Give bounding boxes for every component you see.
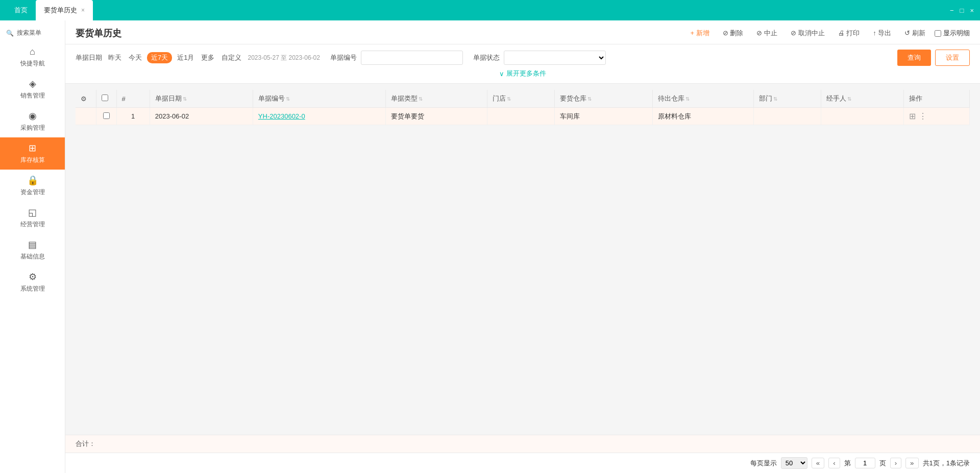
cell-doc-number[interactable]: YH-20230602-0 [253, 108, 386, 125]
sidebar-item-purchase[interactable]: ◉ 采购管理 [0, 105, 65, 137]
th-settings[interactable]: ⚙ [76, 90, 96, 108]
sidebar-item-basic-info[interactable]: ▤ 基础信息 [0, 234, 65, 266]
shortcut-more[interactable]: 更多 [199, 52, 216, 63]
next-page-btn[interactable]: › [890, 458, 901, 468]
content-area: 要货单历史 + 新增 ⊘ 删除 ⊘ 中止 ⊘ 取消中止 🖨 打印 ↑ 导出 ↺ … [65, 20, 980, 473]
sidebar-item-inventory[interactable]: ⊞ 库存核算 [0, 137, 65, 170]
cell-num: 1 [116, 108, 150, 125]
window-restore-btn[interactable]: □ [960, 7, 964, 14]
export-button[interactable]: ↑ 导出 [869, 27, 895, 40]
status-label: 单据状态 [473, 53, 500, 62]
display-detail-checkbox-container[interactable]: 显示明细 [935, 29, 970, 38]
tab-requisition-history[interactable]: 要货单历史 × [36, 0, 93, 20]
sidebar-item-finance[interactable]: 🔒 资金管理 [0, 170, 65, 202]
th-pending-warehouse[interactable]: 待出仓库⇅ [652, 90, 754, 108]
page-header: 要货单历史 + 新增 ⊘ 删除 ⊘ 中止 ⊘ 取消中止 🖨 打印 ↑ 导出 ↺ … [65, 20, 980, 44]
th-doc-number-label: 单据编号 [258, 94, 285, 102]
tab-home[interactable]: 首页 [6, 0, 36, 20]
cell-checkbox[interactable] [96, 108, 116, 125]
shortcut-last7days[interactable]: 近7天 [147, 52, 172, 63]
first-page-btn[interactable]: « [812, 458, 824, 468]
table-header-row: ⚙ # 单据日期⇅ 单据编号⇅ 单据类型⇅ 门店⇅ 要货仓库⇅ 待出仓库⇅ 部门… [76, 90, 970, 108]
page-suffix: 页 [879, 459, 886, 468]
window-close-btn[interactable]: × [970, 7, 974, 14]
th-doc-date[interactable]: 单据日期⇅ [150, 90, 253, 108]
date-range-display: 2023-05-27 至 2023-06-02 [248, 54, 320, 62]
sort-icon-doc-number: ⇅ [286, 96, 290, 102]
sidebar-item-system[interactable]: ⚙ 系统管理 [0, 266, 65, 298]
cell-doc-date: 2023-06-02 [150, 108, 253, 125]
top-bar-window-actions: − □ × [950, 7, 974, 14]
operations-icon: ◱ [28, 207, 37, 218]
display-detail-checkbox[interactable] [935, 30, 941, 37]
system-icon: ⚙ [29, 271, 37, 282]
filter-area: 单据日期 昨天 今天 近7天 近1月 更多 自定义 2023-05-27 至 2… [65, 44, 980, 84]
th-store-label: 门店 [493, 94, 506, 102]
th-num: # [116, 90, 150, 108]
delete-button[interactable]: ⊘ 删除 [719, 27, 748, 40]
last-page-btn[interactable]: » [905, 458, 918, 468]
doc-number-link[interactable]: YH-20230602-0 [258, 112, 305, 120]
new-button[interactable]: + 新增 [687, 27, 714, 40]
sort-icon-doc-type: ⇅ [419, 96, 423, 102]
shortcut-custom[interactable]: 自定义 [219, 52, 243, 63]
sidebar-item-operations-label: 经营管理 [20, 220, 45, 229]
table-footer: 合计： [65, 435, 980, 453]
th-checkbox[interactable] [96, 90, 116, 108]
table-row: 1 2023-06-02 YH-20230602-0 要货单要货 车间库 原材料… [76, 108, 970, 125]
more-icon[interactable]: ⋮ [919, 111, 927, 121]
settings-button[interactable]: 设置 [935, 50, 970, 66]
th-doc-number[interactable]: 单据编号⇅ [253, 90, 386, 108]
sidebar-search-label: 搜索菜单 [17, 29, 41, 37]
top-bar: 首页 要货单历史 × − □ × [0, 0, 980, 20]
toolbar: + 新增 ⊘ 删除 ⊘ 中止 ⊘ 取消中止 🖨 打印 ↑ 导出 ↺ 刷新 显示明… [687, 27, 970, 40]
data-table: ⚙ # 单据日期⇅ 单据编号⇅ 单据类型⇅ 门店⇅ 要货仓库⇅ 待出仓库⇅ 部门… [76, 90, 970, 125]
th-department[interactable]: 部门⇅ [754, 90, 821, 108]
tab-label: 要货单历史 [44, 6, 77, 15]
cell-actions: ⊞ ⋮ [903, 108, 969, 125]
main-layout: 🔍 搜索菜单 ⌂ 快捷导航 ◈ 销售管理 ◉ 采购管理 ⊞ 库存核算 🔒 资金管… [0, 20, 980, 473]
status-select[interactable] [504, 51, 606, 65]
shortcut-yesterday[interactable]: 昨天 [106, 52, 124, 63]
date-filter-item: 单据日期 昨天 今天 近7天 近1月 更多 自定义 2023-05-27 至 2… [76, 52, 320, 63]
query-button[interactable]: 查询 [897, 50, 931, 66]
edit-icon[interactable]: ⊞ [909, 111, 916, 121]
page-title: 要货单历史 [76, 27, 121, 39]
page-size-select[interactable]: 50 10 20 100 [781, 457, 807, 469]
window-minimize-btn[interactable]: − [950, 7, 954, 14]
shortcut-today[interactable]: 今天 [127, 52, 144, 63]
sidebar-search[interactable]: 🔍 搜索菜单 [0, 25, 65, 41]
expand-more-btn[interactable]: ∨ 展开更多条件 [76, 69, 970, 78]
date-shortcuts: 昨天 今天 近7天 近1月 更多 自定义 [106, 52, 243, 63]
prev-page-btn[interactable]: ‹ [828, 458, 840, 468]
stop-button[interactable]: ⊘ 中止 [752, 27, 781, 40]
th-actions: 操作 [903, 90, 969, 108]
sidebar: 🔍 搜索菜单 ⌂ 快捷导航 ◈ 销售管理 ◉ 采购管理 ⊞ 库存核算 🔒 资金管… [0, 20, 65, 473]
th-doc-type[interactable]: 单据类型⇅ [386, 90, 487, 108]
sidebar-item-quick-nav[interactable]: ⌂ 快捷导航 [0, 41, 65, 73]
th-store[interactable]: 门店⇅ [487, 90, 555, 108]
display-detail-label: 显示明细 [943, 29, 970, 38]
refresh-button[interactable]: ↺ 刷新 [900, 27, 929, 40]
sort-icon-req-warehouse: ⇅ [587, 96, 592, 102]
th-handler[interactable]: 经手人⇅ [821, 90, 903, 108]
finance-icon: 🔒 [27, 175, 38, 186]
sort-icon-store: ⇅ [507, 96, 511, 102]
select-all-checkbox[interactable] [102, 94, 108, 101]
sidebar-item-sales[interactable]: ◈ 销售管理 [0, 73, 65, 105]
cancel-stop-button[interactable]: ⊘ 取消中止 [787, 27, 829, 40]
sort-icon-handler: ⇅ [847, 96, 851, 102]
sort-icon-doc-date: ⇅ [183, 96, 187, 102]
th-req-warehouse[interactable]: 要货仓库⇅ [554, 90, 652, 108]
sidebar-item-system-label: 系统管理 [20, 285, 45, 293]
sidebar-item-operations[interactable]: ◱ 经营管理 [0, 202, 65, 234]
page-size-label: 每页显示 [750, 459, 777, 468]
shortcut-last1month[interactable]: 近1月 [175, 52, 196, 63]
sort-icon-pending-warehouse: ⇅ [685, 96, 690, 102]
print-button[interactable]: 🖨 打印 [834, 27, 864, 40]
page-number-input[interactable] [855, 458, 875, 468]
row-checkbox[interactable] [103, 112, 110, 119]
doc-number-input[interactable] [361, 51, 463, 65]
tab-close-btn[interactable]: × [81, 7, 85, 14]
cell-pending-warehouse: 原材料仓库 [652, 108, 754, 125]
